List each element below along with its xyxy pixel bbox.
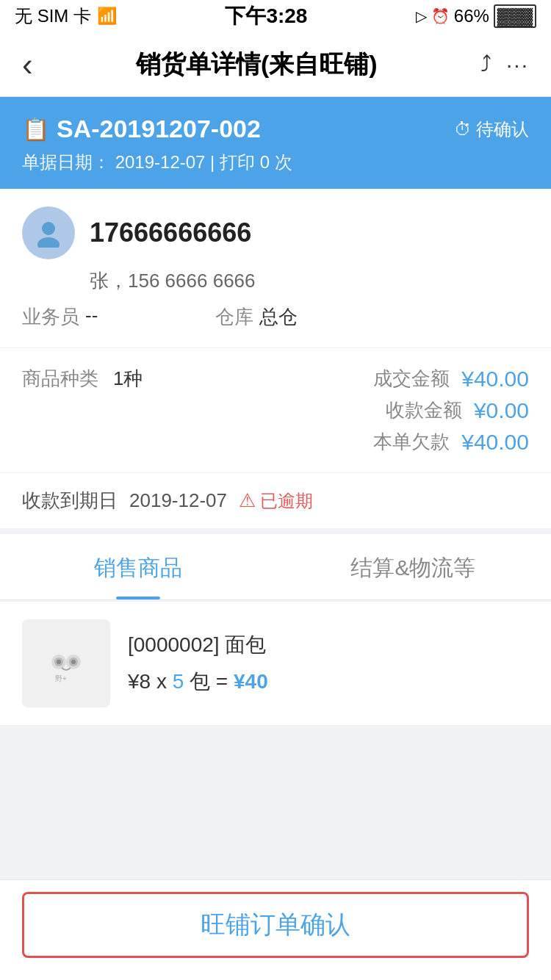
alarm-icon: ⏰ xyxy=(431,7,450,25)
overdue-badge: ⚠ 已逾期 xyxy=(239,489,313,513)
tab-sales-products-label: 销售商品 xyxy=(94,555,182,580)
received-label: 收款金额 xyxy=(386,397,462,423)
amount-summary: 成交金额 ¥40.00 收款金额 ¥0.00 本单欠款 ¥40.00 xyxy=(373,366,529,455)
owed-label: 本单欠款 xyxy=(373,429,450,455)
customer-meta: 业务员 -- 仓库 总仓 xyxy=(22,304,529,330)
salesman-value: -- xyxy=(85,304,98,330)
product-price-row: ¥8 x 5 包 = ¥40 xyxy=(128,668,529,696)
order-print-text: 打印 0 次 xyxy=(220,152,292,172)
equals-sign: = xyxy=(216,670,234,693)
tabs-section: 销售商品 结算&物流等 xyxy=(0,534,551,600)
product-name-text: 面包 xyxy=(225,633,266,656)
tab-settlement-logistics[interactable]: 结算&物流等 xyxy=(276,534,551,599)
overdue-text: 已逾期 xyxy=(260,489,313,513)
due-date-section: 收款到期日 2019-12-07 ⚠ 已逾期 xyxy=(0,473,551,534)
status-clock-icon: ⏱ xyxy=(454,119,472,140)
warehouse-label: 仓库 xyxy=(215,304,253,330)
owed-row: 本单欠款 ¥40.00 xyxy=(373,429,529,455)
order-date-value: 2019-12-07 xyxy=(115,152,206,172)
product-section: 野+ [0000002] 面包 ¥8 x 5 包 = ¥40 xyxy=(0,602,551,726)
multiply-sign: x xyxy=(156,670,173,693)
transaction-value: ¥40.00 xyxy=(461,367,529,392)
price-per-unit: ¥8 xyxy=(128,670,151,693)
quantity: 5 xyxy=(173,670,184,693)
location-icon: ▷ xyxy=(416,7,427,25)
order-date-label: 单据日期： xyxy=(22,152,110,172)
status-time: 下午3:28 xyxy=(225,2,307,30)
salesman-field: 业务员 -- xyxy=(22,304,98,330)
overdue-icon: ⚠ xyxy=(239,489,256,512)
status-right: ▷ ⏰ 66% ▓▓▓ xyxy=(416,4,536,28)
back-button[interactable]: ‹ xyxy=(22,46,33,83)
battery-icon: ▓▓▓ xyxy=(494,4,536,28)
product-name: [0000002] 面包 xyxy=(128,631,529,659)
due-date-value: 2019-12-07 xyxy=(129,489,227,512)
order-id-text: SA-20191207-002 xyxy=(57,115,261,143)
tabs: 销售商品 结算&物流等 xyxy=(0,534,551,599)
received-row: 收款金额 ¥0.00 xyxy=(386,397,529,423)
warehouse-field: 仓库 总仓 xyxy=(215,304,298,330)
tab-sales-products[interactable]: 销售商品 xyxy=(0,534,276,599)
unit: 包 xyxy=(190,670,210,693)
svg-point-1 xyxy=(37,237,60,248)
summary-section: 商品种类 1种 成交金额 ¥40.00 收款金额 ¥0.00 本单欠款 ¥40.… xyxy=(0,348,551,473)
confirm-order-button[interactable]: 旺铺订单确认 xyxy=(22,892,529,958)
order-header: 📋 SA-20191207-002 ⏱ 待确认 单据日期： 2019-12-07… xyxy=(0,97,551,189)
status-bar: 无 SIM 卡 📶 下午3:28 ▷ ⏰ 66% ▓▓▓ xyxy=(0,0,551,32)
product-item: 野+ [0000002] 面包 ¥8 x 5 包 = ¥40 xyxy=(22,619,529,707)
order-icon: 📋 xyxy=(22,116,49,142)
svg-point-7 xyxy=(71,660,76,664)
battery-text: 66% xyxy=(454,6,489,26)
transaction-label: 成交金额 xyxy=(373,366,450,392)
received-value: ¥0.00 xyxy=(474,398,529,423)
tab-settlement-logistics-label: 结算&物流等 xyxy=(350,555,475,580)
product-thumbnail: 野+ xyxy=(22,619,110,707)
status-left: 无 SIM 卡 📶 xyxy=(15,4,117,28)
order-status: ⏱ 待确认 xyxy=(454,118,529,141)
order-date-row: 单据日期： 2019-12-07 | 打印 0 次 xyxy=(22,151,529,174)
transaction-row: 成交金额 ¥40.00 xyxy=(373,366,529,392)
warehouse-value: 总仓 xyxy=(259,304,298,330)
order-status-text: 待确认 xyxy=(476,118,529,141)
owed-value: ¥40.00 xyxy=(461,430,529,455)
product-type-value: 1种 xyxy=(113,366,143,392)
avatar xyxy=(22,206,75,259)
product-code: [0000002] xyxy=(128,633,220,656)
customer-name: 张，156 6666 6666 xyxy=(90,268,529,294)
product-type-field: 商品种类 1种 xyxy=(22,366,143,392)
wifi-signal: 📶 xyxy=(97,7,117,26)
product-type-label: 商品种类 xyxy=(22,366,98,392)
share-icon[interactable]: ⤴ xyxy=(480,52,491,77)
bottom-bar: 旺铺订单确认 xyxy=(0,879,551,980)
customer-section: 17666666666 张，156 6666 6666 业务员 -- 仓库 总仓 xyxy=(0,189,551,348)
product-total: ¥40 xyxy=(234,670,268,693)
product-thumb-image: 野+ xyxy=(37,641,96,685)
customer-row: 17666666666 xyxy=(22,206,529,259)
order-date-sep: | xyxy=(210,152,220,172)
nav-bar: ‹ 销货单详情(来自旺铺) ⤴ ··· xyxy=(0,32,551,97)
product-info: [0000002] 面包 ¥8 x 5 包 = ¥40 xyxy=(128,631,529,696)
customer-phone: 17666666666 xyxy=(90,217,251,248)
page-title: 销货单详情(来自旺铺) xyxy=(136,48,378,82)
avatar-icon xyxy=(34,218,63,248)
due-date-label: 收款到期日 xyxy=(22,488,118,514)
salesman-label: 业务员 xyxy=(22,304,79,330)
order-id-row: 📋 SA-20191207-002 ⏱ 待确认 xyxy=(22,115,529,143)
order-id: 📋 SA-20191207-002 xyxy=(22,115,261,143)
svg-text:野+: 野+ xyxy=(55,674,67,682)
svg-point-0 xyxy=(42,222,55,235)
svg-point-6 xyxy=(57,660,61,664)
nav-actions: ⤴ ··· xyxy=(480,52,529,77)
no-sim-text: 无 SIM 卡 xyxy=(15,4,91,28)
more-icon[interactable]: ··· xyxy=(506,52,529,77)
